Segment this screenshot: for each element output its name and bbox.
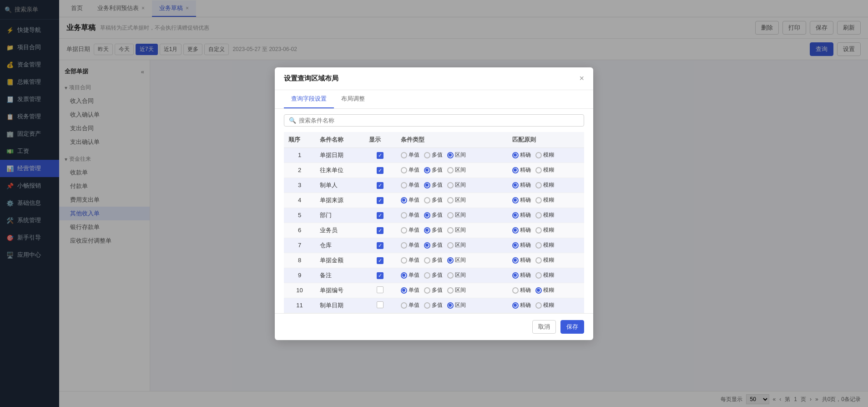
radio-type-多值[interactable]: 多值 (424, 256, 443, 264)
radio-match-精确[interactable]: 精确 (512, 256, 531, 264)
radio-circle (447, 242, 454, 249)
radio-type-区间[interactable]: 区间 (447, 166, 466, 174)
radio-match-模糊[interactable]: 模糊 (535, 241, 554, 249)
radio-match-模糊[interactable]: 模糊 (535, 256, 554, 264)
show-checkbox[interactable]: ✓ (377, 167, 384, 174)
radio-type-区间[interactable]: 区间 (447, 211, 466, 219)
modal-tab-fields[interactable]: 查询字段设置 (284, 90, 334, 108)
show-checkbox[interactable]: ✓ (377, 257, 384, 264)
radio-type-区间[interactable]: 区间 (447, 241, 466, 249)
radio-match-模糊[interactable]: 模糊 (535, 196, 554, 204)
show-checkbox[interactable] (377, 286, 384, 293)
row-show[interactable]: ✓ (364, 223, 396, 238)
radio-circle (512, 227, 519, 234)
radio-type-单值[interactable]: 单值 (401, 196, 419, 204)
radio-match-模糊[interactable]: 模糊 (535, 166, 554, 174)
radio-match-精确[interactable]: 精确 (512, 241, 531, 249)
radio-match-模糊[interactable]: 模糊 (535, 211, 554, 219)
radio-match-精确[interactable]: 精确 (512, 196, 531, 204)
show-checkbox[interactable]: ✓ (377, 272, 384, 279)
row-show[interactable] (364, 283, 396, 298)
modal-close-button[interactable]: × (579, 74, 584, 83)
radio-type-单值[interactable]: 单值 (401, 286, 419, 294)
radio-type-单值[interactable]: 单值 (401, 151, 419, 159)
radio-match-模糊[interactable]: 模糊 (535, 151, 554, 159)
radio-type-多值[interactable]: 多值 (424, 241, 443, 249)
condition-search-input[interactable] (299, 117, 579, 124)
row-name: 往来单位 (315, 163, 364, 178)
radio-type-单值[interactable]: 单值 (401, 226, 419, 234)
radio-type-多值[interactable]: 多值 (424, 181, 443, 189)
show-checkbox[interactable]: ✓ (377, 242, 384, 249)
radio-match-模糊[interactable]: 模糊 (535, 286, 554, 294)
show-checkbox[interactable]: ✓ (377, 197, 384, 204)
radio-type-区间[interactable]: 区间 (447, 226, 466, 234)
radio-type-区间[interactable]: 区间 (447, 151, 466, 159)
radio-type-区间[interactable]: 区间 (447, 256, 466, 264)
radio-type-单值[interactable]: 单值 (401, 181, 419, 189)
radio-type-多值[interactable]: 多值 (424, 211, 443, 219)
show-checkbox[interactable] (377, 301, 384, 308)
radio-circle (447, 302, 454, 309)
radio-type-单值[interactable]: 单值 (401, 301, 419, 309)
show-checkbox[interactable]: ✓ (377, 152, 384, 159)
radio-type-单值[interactable]: 单值 (401, 271, 419, 279)
modal-save-button[interactable]: 保存 (560, 320, 584, 334)
radio-circle (424, 197, 430, 204)
radio-match-模糊[interactable]: 模糊 (535, 226, 554, 234)
cancel-button[interactable]: 取消 (532, 320, 556, 334)
radio-match-精确[interactable]: 精确 (512, 286, 531, 294)
radio-type-多值[interactable]: 多值 (424, 151, 443, 159)
radio-circle (424, 182, 430, 188)
radio-type-单值[interactable]: 单值 (401, 241, 419, 249)
radio-type-区间[interactable]: 区间 (447, 181, 466, 189)
row-type: 单值多值区间 (396, 178, 508, 193)
radio-circle (535, 272, 542, 279)
row-type: 单值多值区间 (396, 268, 508, 283)
row-show[interactable]: ✓ (364, 268, 396, 283)
radio-match-精确[interactable]: 精确 (512, 226, 531, 234)
radio-match-精确[interactable]: 精确 (512, 151, 531, 159)
radio-match-精确[interactable]: 精确 (512, 181, 531, 189)
row-type: 单值多值区间 (396, 163, 508, 178)
radio-circle (535, 197, 542, 204)
radio-circle (401, 302, 407, 309)
radio-type-区间[interactable]: 区间 (447, 286, 466, 294)
row-type: 单值多值区间 (396, 148, 508, 163)
row-show[interactable]: ✓ (364, 208, 396, 223)
col-header-顺序: 顺序 (284, 132, 315, 148)
row-show[interactable]: ✓ (364, 178, 396, 193)
show-checkbox[interactable]: ✓ (377, 227, 384, 234)
radio-type-区间[interactable]: 区间 (447, 271, 466, 279)
row-show[interactable]: ✓ (364, 163, 396, 178)
radio-type-多值[interactable]: 多值 (424, 286, 443, 294)
radio-type-单值[interactable]: 单值 (401, 256, 419, 264)
radio-match-模糊[interactable]: 模糊 (535, 181, 554, 189)
show-checkbox[interactable]: ✓ (377, 182, 384, 189)
radio-type-多值[interactable]: 多值 (424, 301, 443, 309)
radio-circle (401, 197, 407, 204)
modal-tab-layout[interactable]: 布局调整 (334, 90, 372, 108)
row-show[interactable] (364, 298, 396, 313)
radio-match-精确[interactable]: 精确 (512, 301, 531, 309)
radio-match-模糊[interactable]: 模糊 (535, 271, 554, 279)
row-show[interactable]: ✓ (364, 193, 396, 208)
row-show[interactable]: ✓ (364, 238, 396, 253)
radio-match-精确[interactable]: 精确 (512, 166, 531, 174)
radio-type-区间[interactable]: 区间 (447, 196, 466, 204)
radio-type-多值[interactable]: 多值 (424, 271, 443, 279)
radio-type-单值[interactable]: 单值 (401, 211, 419, 219)
row-show[interactable]: ✓ (364, 148, 396, 163)
radio-match-精确[interactable]: 精确 (512, 211, 531, 219)
radio-match-模糊[interactable]: 模糊 (535, 301, 554, 309)
row-show[interactable]: ✓ (364, 253, 396, 268)
radio-type-单值[interactable]: 单值 (401, 166, 419, 174)
show-checkbox[interactable]: ✓ (377, 212, 384, 219)
radio-match-精确[interactable]: 精确 (512, 271, 531, 279)
radio-type-多值[interactable]: 多值 (424, 166, 443, 174)
radio-type-多值[interactable]: 多值 (424, 226, 443, 234)
radio-circle (512, 212, 519, 219)
radio-type-多值[interactable]: 多值 (424, 196, 443, 204)
radio-type-区间[interactable]: 区间 (447, 301, 466, 309)
radio-circle (535, 287, 542, 294)
